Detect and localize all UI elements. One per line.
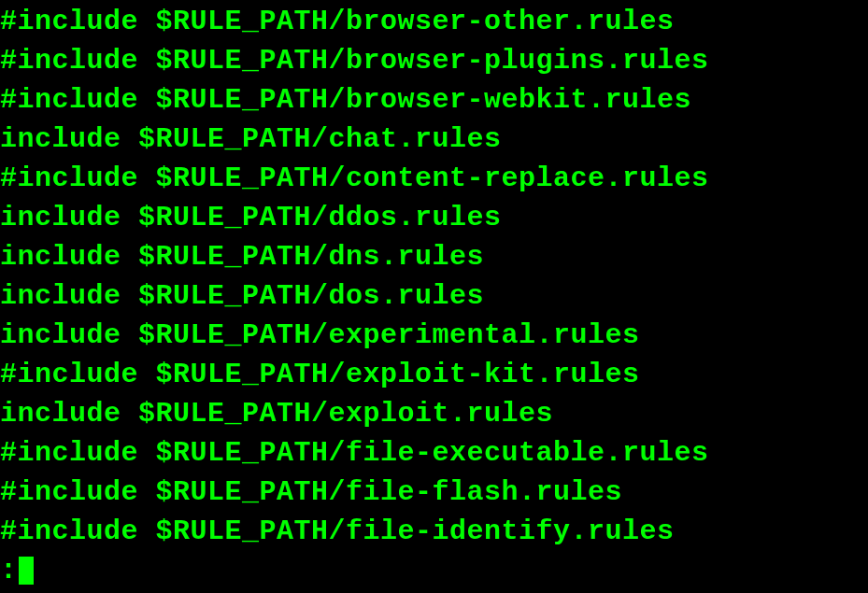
config-line: include $RULE_PATH/dns.rules xyxy=(0,237,868,276)
config-line: include $RULE_PATH/exploit.rules xyxy=(0,394,868,433)
cursor xyxy=(19,557,34,585)
config-line: #include $RULE_PATH/browser-webkit.rules xyxy=(0,80,868,120)
config-line: #include $RULE_PATH/file-executable.rule… xyxy=(0,433,868,473)
prompt-char: : xyxy=(0,551,17,590)
config-line: include $RULE_PATH/chat.rules xyxy=(0,120,868,159)
config-line: #include $RULE_PATH/browser-other.rules xyxy=(0,2,868,41)
config-line: #include $RULE_PATH/file-identify.rules xyxy=(0,512,868,551)
command-line[interactable]: : xyxy=(0,551,868,590)
config-line: #include $RULE_PATH/content-replace.rule… xyxy=(0,159,868,198)
config-line: include $RULE_PATH/dos.rules xyxy=(0,276,868,316)
config-line: #include $RULE_PATH/file-flash.rules xyxy=(0,473,868,512)
config-line: #include $RULE_PATH/browser-plugins.rule… xyxy=(0,41,868,80)
config-line: #include $RULE_PATH/exploit-kit.rules xyxy=(0,355,868,394)
config-line: include $RULE_PATH/ddos.rules xyxy=(0,198,868,237)
config-line: include $RULE_PATH/experimental.rules xyxy=(0,316,868,355)
